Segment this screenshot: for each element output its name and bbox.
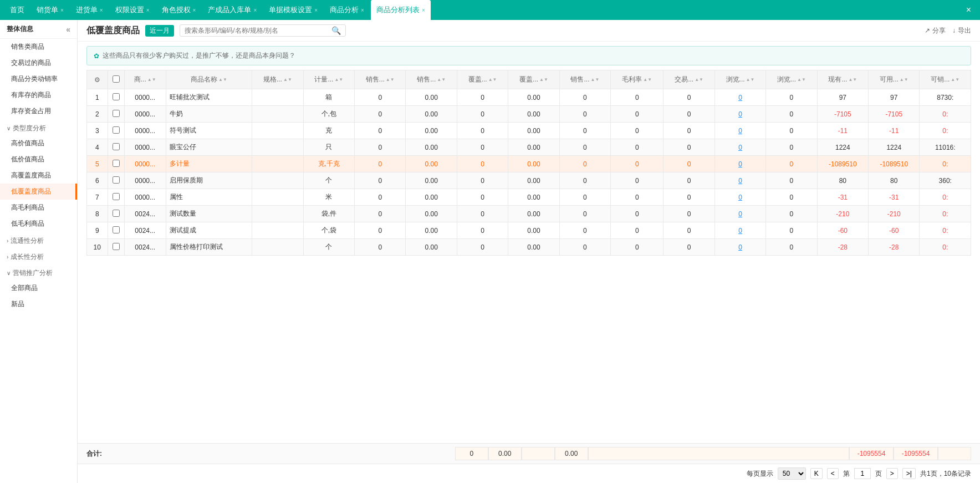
nav-product-analysis[interactable]: 商品分析 × [324,0,370,20]
sidebar-item-new-goods[interactable]: 新品 [0,296,77,312]
view1-link[interactable]: 0 [738,177,742,185]
last-page-btn[interactable]: >| [902,468,916,479]
cell-checkbox[interactable] [108,172,124,189]
sidebar-header[interactable]: 整体信息 « [0,20,77,39]
select-all-checkbox[interactable] [113,75,120,83]
sidebar-item-stock-capital[interactable]: 库存资金占用 [0,103,77,119]
nav-close-purchase[interactable]: × [100,7,103,13]
cell-checkbox[interactable] [108,222,124,239]
view1-link[interactable]: 0 [738,127,742,135]
th-view1[interactable]: 浏览...▲▼ [714,70,765,89]
th-settings[interactable]: ⚙ [87,70,108,89]
cell-view1[interactable]: 0 [714,139,765,156]
nav-role-auth[interactable]: 角色授权 × [156,0,202,20]
sidebar-item-in-stock-goods[interactable]: 有库存的商品 [0,87,77,103]
nav-close-analysis-list[interactable]: × [422,7,425,13]
th-name[interactable]: 商品名称▲▼ [166,70,252,89]
th-checkbox[interactable] [108,70,124,89]
cell-view1[interactable]: 0 [714,123,765,139]
sidebar-item-category-sales-rate[interactable]: 商品分类动销率 [0,71,77,87]
search-icon[interactable]: 🔍 [331,26,341,35]
cell-view1[interactable]: 0 [714,239,765,256]
view1-link[interactable]: 0 [738,144,742,151]
cell-checkbox[interactable] [108,189,124,206]
th-trade[interactable]: 交易...▲▼ [663,70,714,89]
cell-checkbox[interactable] [108,106,124,123]
cell-view1[interactable]: 0 [714,156,765,172]
cell-view1[interactable]: 0 [714,106,765,123]
sidebar-item-low-value[interactable]: 低价值商品 [0,151,77,167]
page-number-input[interactable] [854,468,871,479]
sidebar-item-sales-goods[interactable]: 销售类商品 [0,39,77,55]
nav-close-sales[interactable]: × [60,7,64,13]
nav-sales-order[interactable]: 销货单 × [31,0,69,20]
view1-link[interactable]: 0 [738,210,742,218]
view1-link[interactable]: 0 [738,194,742,201]
th-cov1[interactable]: 覆盖...▲▼ [457,70,508,89]
nav-permissions[interactable]: 权限设置 × [110,0,155,20]
sidebar-section-quality[interactable]: ∨ 类型度分析 [0,119,77,135]
sidebar-item-low-coverage[interactable]: 低覆盖度商品 [0,184,77,200]
view1-link[interactable]: 0 [738,243,742,251]
nav-product-analysis-list[interactable]: 商品分析列表 × [371,0,431,20]
th-code[interactable]: 商...▲▼ [124,70,166,89]
nav-home[interactable]: 首页 [4,0,30,20]
sidebar-item-high-coverage[interactable]: 高覆盖度商品 [0,167,77,184]
cell-checkbox[interactable] [108,239,124,256]
sidebar-section-growth[interactable]: › 成长性分析 [0,248,77,264]
nav-purchase-order[interactable]: 进货单 × [70,0,109,20]
sidebar-item-low-margin[interactable]: 低毛利商品 [0,216,77,232]
cell-checkbox[interactable] [108,206,124,222]
sidebar-collapse-btn[interactable]: « [66,25,70,34]
cell-checkbox[interactable] [108,89,124,106]
cell-checkbox[interactable] [108,139,124,156]
view1-link[interactable]: 0 [738,160,742,168]
th-view2[interactable]: 浏览...▲▼ [766,70,817,89]
sidebar-item-high-value[interactable]: 高价值商品 [0,135,77,151]
nav-template-settings[interactable]: 单据模板设置 × [263,0,323,20]
sidebar-section-marketing[interactable]: ∨ 营销推广分析 [0,264,77,280]
first-page-btn[interactable]: K [810,468,823,479]
view1-link[interactable]: 0 [738,227,742,235]
view1-link[interactable]: 0 [738,110,742,118]
th-available-stock[interactable]: 可用...▲▼ [869,70,920,89]
next-page-btn[interactable]: > [886,468,898,479]
th-sales3[interactable]: 销售...▲▼ [559,70,610,89]
search-input[interactable] [185,27,329,34]
nav-close-role[interactable]: × [193,7,196,13]
cell-view1[interactable]: 0 [714,89,765,106]
nav-close-permissions[interactable]: × [146,7,150,13]
sidebar-item-high-margin[interactable]: 高毛利商品 [0,200,77,216]
time-filter-btn[interactable]: 近一月 [145,25,174,37]
th-unit[interactable]: 计量...▲▼ [303,70,354,89]
cell-sales-qty: 0 [355,172,406,189]
th-cov2[interactable]: 覆盖...▲▼ [508,70,559,89]
cell-view1[interactable]: 0 [714,206,765,222]
nav-close-inbound[interactable]: × [253,7,257,13]
cell-checkbox[interactable] [108,156,124,172]
nav-close-template[interactable]: × [314,7,318,13]
cell-cov2: 0.00 [508,206,559,222]
view1-link[interactable]: 0 [738,94,742,101]
sidebar-section-flow[interactable]: › 流通性分析 [0,232,77,248]
page-size-select[interactable]: 50 100 200 [778,467,806,480]
cell-view1[interactable]: 0 [714,189,765,206]
settings-icon[interactable]: ⚙ [94,76,100,84]
cell-view1[interactable]: 0 [714,222,765,239]
th-sales-qty[interactable]: 销售...▲▼ [355,70,406,89]
nav-close-analysis[interactable]: × [361,7,364,13]
th-margin[interactable]: 毛利率▲▼ [611,70,663,89]
cell-view1[interactable]: 0 [714,172,765,189]
sidebar-item-traded-goods[interactable]: 交易过的商品 [0,55,77,71]
th-saleable[interactable]: 可销...▲▼ [920,70,971,89]
export-btn[interactable]: ↓ 导出 [952,26,971,35]
th-sales-amt[interactable]: 销售...▲▼ [406,70,457,89]
prev-page-btn[interactable]: < [827,468,839,479]
th-spec[interactable]: 规格...▲▼ [252,70,303,89]
window-close-button[interactable]: × [962,5,976,15]
share-btn[interactable]: ↗ 分享 [925,26,946,35]
sidebar-item-all-goods[interactable]: 全部商品 [0,280,77,296]
cell-checkbox[interactable] [108,123,124,139]
th-current-stock[interactable]: 现有...▲▼ [817,70,868,89]
nav-product-inbound[interactable]: 产成品入库单 × [202,0,262,20]
